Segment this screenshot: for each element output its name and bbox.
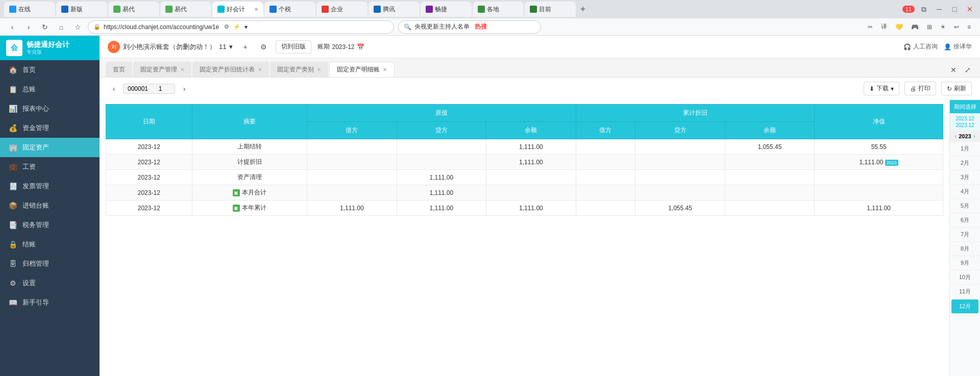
browser-tab-haokuai[interactable]: 好会计 ✕ <box>212 2 263 17</box>
sidebar-item-payroll[interactable]: 💼 工资 <box>0 157 100 177</box>
browser-tab-tencent[interactable]: 腾讯 <box>369 2 420 17</box>
tab-close-icon-4[interactable]: ✕ <box>383 67 387 72</box>
sidebar-item-home[interactable]: 🏠 首页 <box>0 60 100 80</box>
history-tool[interactable]: ↩ <box>951 22 962 32</box>
period-month-5[interactable]: 5月 <box>950 199 980 213</box>
minimize-button[interactable]: ─ <box>933 3 945 15</box>
toolbar: ‹ 000001 › ⬇ 下载 ▾ 🖨 打印 ↻ <box>100 78 980 100</box>
page-number-input[interactable] <box>150 85 170 92</box>
account-selector[interactable]: 刘 刘小艳演示账套（勿删勿动！） 11 ▾ <box>108 41 233 53</box>
restore-window-button[interactable]: ⧉ <box>918 3 930 15</box>
period-month-6[interactable]: 6月 <box>950 213 980 228</box>
grid-tool[interactable]: ⊞ <box>924 22 935 32</box>
tab-close-icon-2[interactable]: ✕ <box>258 67 262 72</box>
payroll-icon: 💼 <box>8 162 17 171</box>
sidebar-item-funds[interactable]: 💰 资金管理 <box>0 118 100 138</box>
period-month-4[interactable]: 4月 <box>950 185 980 199</box>
browser-tab-yidai1[interactable]: 易代 <box>108 2 159 17</box>
download-button[interactable]: ⬇ 下载 ▾ <box>864 82 899 95</box>
period-month-11[interactable]: 11月 <box>950 285 980 299</box>
sidebar-item-invoices[interactable]: 🧾 发票管理 <box>0 177 100 196</box>
user-profile-button[interactable]: 👤 徐译华 <box>944 42 972 51</box>
sidebar-item-inventory[interactable]: 📦 进销台账 <box>0 196 100 215</box>
sidebar-item-archive[interactable]: 🗄 归档管理 <box>0 254 100 273</box>
tab-asset-category[interactable]: 固定资产类别 ✕ <box>270 62 328 77</box>
brightness-tool[interactable]: ☀ <box>937 22 949 32</box>
tab-home[interactable]: 首页 <box>106 62 132 77</box>
browser-tab-geshui[interactable]: 个税 <box>264 2 315 17</box>
period-month-3[interactable]: 3月 <box>950 170 980 185</box>
more-tool[interactable]: ≡ <box>964 22 974 32</box>
browser-tab-qiye[interactable]: 企业 <box>316 2 368 17</box>
refresh-button[interactable]: ↻ <box>39 21 51 33</box>
browser-tab-yidai2[interactable]: 易代 <box>160 2 211 17</box>
row2-acc-balance <box>725 155 815 170</box>
print-button[interactable]: 🖨 打印 <box>904 82 936 95</box>
expand-tab-button[interactable]: ⤢ <box>962 64 974 76</box>
forward-button[interactable]: › <box>22 21 35 33</box>
period-month-8[interactable]: 8月 <box>950 242 980 256</box>
tab-fixed-assets-management[interactable]: 固定资产管理 ✕ <box>133 62 191 77</box>
close-window-button[interactable]: ✕ <box>964 3 976 15</box>
browser-tab-new[interactable]: 新版 <box>56 2 107 17</box>
archive-icon: 🗄 <box>8 259 17 268</box>
wallet-tool[interactable]: 💛 <box>892 22 906 32</box>
sidebar-item-reports[interactable]: 📊 报表中心 <box>0 99 100 118</box>
account-settings-button[interactable]: ⚙ <box>257 41 270 53</box>
period-month-7[interactable]: 7月 <box>950 228 980 242</box>
back-button[interactable]: ‹ <box>6 21 18 33</box>
tab-depreciation-stats[interactable]: 固定资产折旧统计表 ✕ <box>192 62 269 77</box>
switch-version-button[interactable]: 切到旧版 <box>276 40 311 54</box>
year-prev-button[interactable]: ‹ <box>954 133 957 140</box>
address-bar[interactable]: 🔒 https://cloud.chanjet.com/accounting/u… <box>88 20 394 34</box>
sidebar-item-ledger[interactable]: 📋 总账 <box>0 80 100 99</box>
sidebar-menu: 🏠 首页 📋 总账 📊 报表中心 💰 资金管理 🏢 固定资产 💼 工资 <box>0 60 100 376</box>
period-month-9[interactable]: 9月 <box>950 256 980 270</box>
cut-tool[interactable]: ✂ <box>865 22 876 32</box>
period-month-10[interactable]: 10月 <box>950 270 980 285</box>
row1-date: 2023-12 <box>106 139 192 155</box>
browser-tab-muqian[interactable]: 目前 <box>525 2 576 17</box>
year-next-button[interactable]: › <box>973 133 975 140</box>
dropdown-arrow-icon[interactable]: ▾ <box>244 23 248 31</box>
tab-asset-detail[interactable]: 固定资产明细账 ✕ <box>329 62 395 77</box>
period-month-2[interactable]: 2月 <box>950 156 980 170</box>
browser-tab-online[interactable]: 在线 <box>4 2 55 17</box>
home-button[interactable]: ⌂ <box>55 21 67 33</box>
logo-sub: 专业版 <box>27 48 69 56</box>
tab-close-icon[interactable]: ✕ <box>180 67 184 72</box>
new-tab-button[interactable]: + <box>577 3 589 15</box>
period-month-1[interactable]: 1月 <box>950 142 980 156</box>
sidebar-item-closing[interactable]: 🔒 结账 <box>0 235 100 254</box>
add-account-button[interactable]: + <box>239 41 251 53</box>
maximize-button[interactable]: □ <box>948 3 961 15</box>
inventory-icon: 📦 <box>8 201 17 210</box>
refresh-data-button[interactable]: ↻ 刷新 <box>941 82 972 95</box>
headset-icon: 🎧 <box>903 43 911 51</box>
sidebar-item-settings[interactable]: ⚙ 设置 <box>0 273 100 293</box>
sidebar-item-tax[interactable]: 📑 税务管理 <box>0 215 100 235</box>
period-header-label: 期间选择 <box>951 103 979 110</box>
sidebar-item-fixed-assets[interactable]: 🏢 固定资产 <box>0 138 100 157</box>
prev-page-button[interactable]: ‹ <box>108 83 120 95</box>
help-button[interactable]: 🎧 人工咨询 <box>903 42 938 51</box>
game-tool[interactable]: 🎮 <box>908 22 922 32</box>
translate-tool[interactable]: 译 <box>878 21 890 32</box>
row2-orig-credit <box>397 155 486 170</box>
sidebar-label-invoices: 发票管理 <box>22 182 49 191</box>
period-month-12[interactable]: 12月 <box>951 299 978 314</box>
bookmark-button[interactable]: ☆ <box>71 21 84 33</box>
th-acc-debit: 借方 <box>576 122 635 139</box>
browser-tab-gedi[interactable]: 各地 <box>473 2 524 17</box>
tab-close-icon-3[interactable]: ✕ <box>317 67 321 72</box>
browser-tab-changjie[interactable]: 畅捷 <box>421 2 472 17</box>
row2-orig-balance: 1,111.00 <box>486 155 576 170</box>
next-page-button[interactable]: › <box>178 83 190 95</box>
close-tab-button[interactable]: ✕ <box>947 64 960 76</box>
close-icon[interactable]: ✕ <box>254 7 258 12</box>
sidebar-item-guide[interactable]: 📖 新手引导 <box>0 293 100 312</box>
table-row: 2023-12 资产清理 1,111.00 <box>106 170 943 185</box>
account-avatar: 刘 <box>108 41 120 53</box>
sidebar-label-fixed-assets: 固定资产 <box>22 143 49 152</box>
search-bar[interactable]: 🔍 央视更新主持人名单 热搜 <box>398 20 541 34</box>
